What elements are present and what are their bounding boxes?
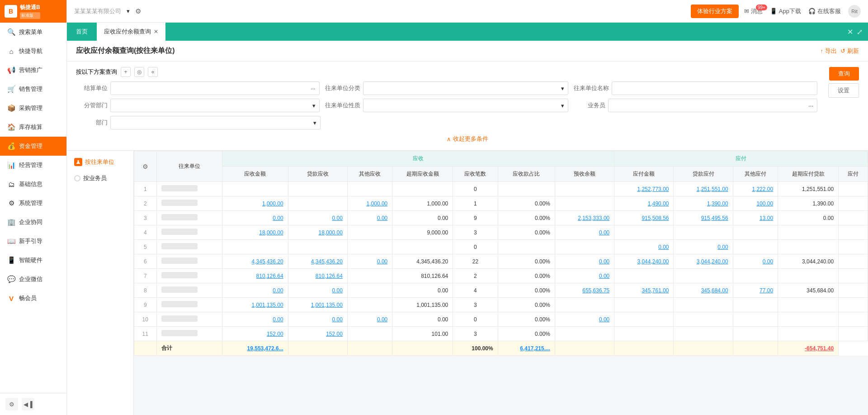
export-btn[interactable]: ↑ 导出 bbox=[821, 47, 837, 55]
cell-value[interactable]: 810,126.64 bbox=[288, 269, 347, 283]
tab-home[interactable]: 首页 bbox=[67, 23, 97, 41]
cell-value[interactable]: 0.00 bbox=[733, 254, 778, 269]
online-service-action[interactable]: 🎧 在线客服 bbox=[808, 7, 841, 15]
cell-value[interactable]: 3,044,240.00 bbox=[674, 254, 733, 269]
sidebar-item-search[interactable]: 🔍 搜索菜单 bbox=[0, 23, 66, 42]
footer-prepaid-total[interactable]: 6,417,215.... bbox=[498, 341, 555, 356]
sidebar-item-member[interactable]: V 畅会员 bbox=[0, 289, 66, 308]
tab-receivable[interactable]: 应收应付余额查询 ✕ bbox=[97, 23, 165, 41]
sidebar-item-finance[interactable]: 💰 资金管理 bbox=[0, 137, 66, 156]
unit-category-select[interactable]: ▾ bbox=[363, 81, 569, 95]
cell-value[interactable]: 1,001,135.00 bbox=[222, 298, 288, 312]
cell-value[interactable]: 4,345,436.20 bbox=[288, 254, 347, 269]
cell-value[interactable]: 0.00 bbox=[555, 269, 614, 283]
sidebar-item-basic[interactable]: 🗂 基础信息 bbox=[0, 175, 66, 194]
tab-close-window-icon[interactable]: ✕ bbox=[847, 28, 853, 36]
cell-value[interactable]: 810,126.64 bbox=[222, 269, 288, 283]
cell-value[interactable]: 1,390.00 bbox=[674, 196, 733, 211]
sidebar-item-inventory[interactable]: 🏠 库存核算 bbox=[0, 118, 66, 137]
solution-btn[interactable]: 体验行业方案 bbox=[691, 5, 739, 18]
left-panel-item-byunit[interactable]: 按往来单位 bbox=[67, 154, 133, 170]
company-dropdown[interactable]: ▾ bbox=[127, 8, 130, 14]
cell-value[interactable]: 77.00 bbox=[733, 283, 778, 298]
cell-value[interactable]: 0.00 bbox=[288, 312, 347, 327]
tab-close-icon[interactable]: ✕ bbox=[154, 29, 158, 35]
sidebar-item-marketing[interactable]: 📢 营销推广 bbox=[0, 61, 66, 80]
cell-value[interactable]: 18,000.00 bbox=[222, 225, 288, 240]
cell-value[interactable]: 0.00 bbox=[222, 211, 288, 225]
sidebar-item-system[interactable]: ⚙ 系统管理 bbox=[0, 194, 66, 213]
set-btn[interactable]: 设置 bbox=[828, 83, 859, 98]
cell-value[interactable]: 0.00 bbox=[614, 240, 674, 254]
cell-value[interactable]: 1,222.00 bbox=[733, 182, 778, 196]
cell-value[interactable]: 0.00 bbox=[222, 283, 288, 298]
messages-action[interactable]: ✉ 消息 99+ bbox=[744, 7, 763, 15]
cell-value[interactable]: 915,508.56 bbox=[614, 211, 674, 225]
sidebar-item-wechat[interactable]: 💬 企业微信 bbox=[0, 270, 66, 289]
cell-value[interactable]: 655,636.75 bbox=[555, 283, 614, 298]
sidebar-item-operations[interactable]: 📊 经营管理 bbox=[0, 156, 66, 175]
cell-value[interactable]: 915,495.56 bbox=[674, 211, 733, 225]
cell-value[interactable]: 0.00 bbox=[288, 211, 347, 225]
settings-bottom-btn[interactable]: ⚙ bbox=[5, 398, 18, 410]
app-download-action[interactable]: 📱 App下载 bbox=[770, 7, 801, 15]
salesman-input[interactable]: ··· bbox=[608, 99, 817, 112]
jiesuan-input[interactable]: ··· bbox=[110, 81, 320, 95]
add-filter-btn[interactable]: + bbox=[121, 67, 131, 77]
gear-icon[interactable]: ⚙ bbox=[135, 7, 141, 15]
cell-empty bbox=[347, 240, 392, 254]
collapse-filter-btn[interactable]: « bbox=[148, 67, 158, 77]
cell-value[interactable]: 2,153,333.00 bbox=[555, 211, 614, 225]
cell-value[interactable]: 0.00 bbox=[222, 312, 288, 327]
cell-value[interactable]: 1,000.00 bbox=[222, 196, 288, 211]
collapse-btn[interactable]: ∧ 收起更多条件 bbox=[76, 133, 859, 145]
cell-value[interactable]: 1,000.00 bbox=[347, 196, 392, 211]
cell-value[interactable]: 152.00 bbox=[288, 327, 347, 341]
tab-maximize-icon[interactable]: ⤢ bbox=[857, 28, 863, 36]
cell-value[interactable]: 100.00 bbox=[733, 196, 778, 211]
dept-select[interactable]: ▾ bbox=[110, 99, 320, 112]
table-wrapper[interactable]: ⚙ 往来单位 应收 应付 应收金额 贷款应收 其他应收 超期应收金额 应收笔数 bbox=[134, 151, 868, 415]
cell-value[interactable]: 3,044,240.00 bbox=[614, 254, 674, 269]
table-settings-icon[interactable]: ⚙ bbox=[142, 163, 148, 170]
query-btn[interactable]: 查询 bbox=[829, 67, 859, 81]
sidebar-item-hardware[interactable]: 📱 智能硬件 bbox=[0, 251, 66, 270]
cell-value[interactable]: 0.00 bbox=[555, 225, 614, 240]
sidebar-item-sales[interactable]: 🛒 销售管理 bbox=[0, 80, 66, 99]
footer-pay-total[interactable]: -654,751.40 bbox=[778, 341, 839, 356]
cell-value[interactable]: 0.00 bbox=[347, 211, 392, 225]
department-select[interactable]: ▾ bbox=[110, 116, 321, 129]
left-panel-item-bysalesman[interactable]: 按业务员 bbox=[67, 171, 133, 186]
cell-value[interactable]: 13.00 bbox=[733, 211, 778, 225]
sidebar-item-enterprise[interactable]: 🏢 企业协同 bbox=[0, 213, 66, 232]
table-row: 10 0.00 0.00 0.00 0.00 0 0.00% 0.00 bbox=[134, 312, 868, 327]
cell-value[interactable]: 1,490.00 bbox=[614, 196, 674, 211]
cell-value[interactable]: 0.00 bbox=[674, 240, 733, 254]
refresh-btn[interactable]: ↺ 刷新 bbox=[840, 47, 859, 55]
cell-value[interactable]: 0.00 bbox=[347, 312, 392, 327]
cell-value[interactable]: 1,001,135.00 bbox=[288, 298, 347, 312]
cell-value[interactable]: 345,761.00 bbox=[614, 283, 674, 298]
sidebar-item-purchase[interactable]: 📦 采购管理 bbox=[0, 99, 66, 118]
sidebar-item-quick[interactable]: ⌂ 快捷导航 bbox=[0, 42, 66, 61]
cell-value[interactable]: 0.00 bbox=[347, 254, 392, 269]
messages-badge: 99+ bbox=[756, 5, 767, 10]
cell-value[interactable]: 152.00 bbox=[222, 327, 288, 341]
settings-filter-btn[interactable]: ◎ bbox=[134, 67, 144, 77]
cell-value[interactable]: 18,000.00 bbox=[288, 225, 347, 240]
user-action[interactable]: Rit bbox=[848, 5, 861, 18]
footer-rec-total[interactable]: 19,553,472.6... bbox=[222, 341, 288, 356]
col-settings-header[interactable]: ⚙ bbox=[134, 151, 157, 182]
sidebar-item-guide[interactable]: 📖 新手引导 bbox=[0, 232, 66, 251]
cell-value[interactable]: 0.00 bbox=[555, 254, 614, 269]
cell-value[interactable]: 0.00 bbox=[555, 312, 614, 327]
cell-value[interactable]: 4,345,436.20 bbox=[222, 254, 288, 269]
unit-name-input[interactable] bbox=[612, 81, 817, 95]
cell-value[interactable]: 345,684.00 bbox=[674, 283, 733, 298]
cell-value[interactable]: 1,251,551.00 bbox=[674, 182, 733, 196]
cell-value[interactable]: 1,252,773.00 bbox=[614, 182, 674, 196]
collapse-btn-label: 收起更多条件 bbox=[453, 135, 488, 143]
cell-value[interactable]: 0.00 bbox=[288, 283, 347, 298]
collapse-sidebar-btn[interactable]: ◀▐ bbox=[22, 398, 34, 410]
unit-nature-select[interactable]: ▾ bbox=[363, 99, 569, 112]
